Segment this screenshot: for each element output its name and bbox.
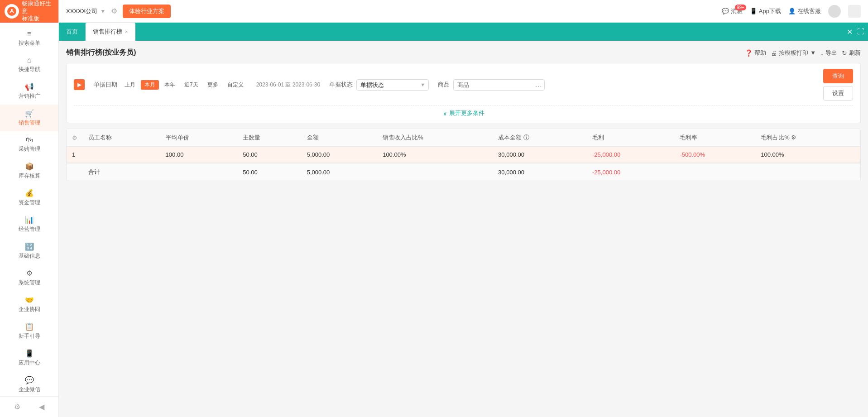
tabbar: 首页 销售排行榜 × ✕ ⛶: [59, 23, 868, 41]
collapse-icon[interactable]: ◀: [39, 403, 44, 411]
cell-gross-pct: 100.00%: [755, 147, 860, 163]
date-tab-custom[interactable]: 自定义: [224, 80, 247, 90]
trial-button[interactable]: 体验行业方案: [123, 5, 171, 18]
message-badge: 99+: [735, 5, 746, 10]
date-tab-7days[interactable]: 近7天: [181, 80, 202, 90]
col-qty-header: 主数量: [237, 129, 301, 147]
date-tab-last-month[interactable]: 上月: [121, 80, 139, 90]
sidebar-item-sales[interactable]: 🛒 销售管理: [0, 105, 58, 131]
sidebar-item-operations[interactable]: 📊 经营管理: [0, 211, 58, 238]
col-avg-price-header: 平均单价: [160, 129, 238, 147]
sidebar-label-app-center: 应用中心: [19, 359, 40, 367]
column-settings-icon[interactable]: ⚙: [72, 134, 77, 141]
sidebar-icon-guide: 📋: [25, 322, 34, 331]
table-footer: 合计 50.00 5,000.00 30,000.00 -25,000.00: [67, 163, 860, 181]
cell-cost: 30,000.00: [493, 147, 587, 163]
sidebar-item-marketing[interactable]: 📢 营销推广: [0, 78, 58, 105]
status-select-wrapper: 单据状态 ▼: [356, 79, 429, 91]
goods-ellipsis-icon[interactable]: …: [535, 81, 542, 89]
help-button[interactable]: ❓ 帮助: [745, 49, 766, 57]
app-download-label: App下载: [759, 7, 781, 15]
sidebar-label-inventory: 库存核算: [19, 172, 40, 180]
logo-text: 畅康通好生意 标准版: [22, 0, 54, 23]
date-filter-label: 单据日期: [94, 81, 117, 89]
sidebar-icon-inventory: 📦: [25, 162, 34, 171]
sidebar-icon-sales: 🛒: [25, 109, 34, 118]
topbar-settings-icon[interactable]: ⚙: [111, 7, 117, 15]
sales-rank-table: ⚙ 员工名称 平均单价 主数量 全额 销售收入占比% 成本全额 ⓘ 毛利 毛利率…: [67, 129, 860, 181]
tab-home[interactable]: 首页: [59, 23, 86, 41]
date-range: 2023-06-01 至 2023-06-30: [256, 81, 320, 89]
tab-sales-rank-close-icon[interactable]: ×: [125, 29, 128, 34]
filter-date: 单据日期 上月 本月 本年 近7天 更多 自定义: [94, 80, 247, 90]
content: 销售排行榜(按业务员) ❓ 帮助 🖨 按模板打印 ▼ ↓ 导出: [59, 41, 868, 417]
footer-sales-pct: [377, 163, 493, 181]
sidebar-label-marketing: 营销推广: [19, 92, 40, 100]
status-select[interactable]: 单据状态: [356, 79, 429, 91]
tab-sales-rank[interactable]: 销售排行榜 ×: [86, 23, 135, 41]
export-button[interactable]: ↓ 导出: [820, 49, 837, 57]
query-button[interactable]: 查询: [823, 69, 853, 83]
cell-name: [83, 147, 160, 163]
sidebar-item-quick-nav[interactable]: ⌂ 快捷导航: [0, 52, 58, 78]
sidebar-item-basic-info[interactable]: 🔢 基础信息: [0, 238, 58, 264]
col-gross-pct-header: 毛利占比% ⚙: [755, 129, 860, 147]
print-icon: 🖨: [771, 49, 777, 57]
sidebar-icon-search-order: ≡: [27, 30, 31, 38]
message-button[interactable]: 💬 消息 99+: [722, 7, 743, 15]
filter-goods: 商品 …: [438, 79, 545, 91]
col-settings: ⚙: [67, 129, 83, 147]
avatar[interactable]: [828, 5, 841, 18]
sidebar-label-search-order: 搜索菜单: [19, 39, 40, 47]
company-chevron-icon: ▼: [100, 8, 106, 14]
sidebar-label-enterprise: 企业协同: [19, 306, 40, 313]
sidebar-item-wechat[interactable]: 💬 企业微信: [0, 371, 58, 396]
date-tab-this-month[interactable]: 本月: [141, 80, 159, 90]
filter-toggle-button[interactable]: ▶: [74, 79, 85, 90]
cell-sales-pct: 100.00%: [377, 147, 493, 163]
table-header: ⚙ 员工名称 平均单价 主数量 全额 销售收入占比% 成本全额 ⓘ 毛利 毛利率…: [67, 129, 860, 147]
col-cost-header: 成本全额 ⓘ: [493, 129, 587, 147]
filter-toggle-icon: ▶: [77, 81, 82, 88]
status-filter-label: 单据状态: [329, 81, 353, 89]
col-gross-rate-header: 毛利率: [674, 129, 755, 147]
sidebar-item-guide[interactable]: 📋 新手引导: [0, 318, 58, 345]
sidebar-item-enterprise[interactable]: 🤝 企业协同: [0, 291, 58, 318]
date-tab-this-year[interactable]: 本年: [161, 80, 179, 90]
footer-gross-pct: [755, 163, 860, 181]
date-tab-more[interactable]: 更多: [204, 80, 222, 90]
table-row: 1 100.00 50.00 5,000.00 100.00% 30,000.0…: [67, 147, 860, 163]
sidebar-label-purchase: 采购管理: [19, 145, 40, 153]
footer-avg-price: [160, 163, 238, 181]
sidebar-item-system[interactable]: ⚙ 系统管理: [0, 264, 58, 291]
sidebar-item-inventory[interactable]: 📦 库存核算: [0, 158, 58, 184]
sidebar-item-purchase[interactable]: 🛍 采购管理: [0, 131, 58, 158]
footer-label: 合计: [83, 163, 160, 181]
cell-amount: 5,000.00: [302, 147, 378, 163]
footer-amount: 5,000.00: [302, 163, 378, 181]
sidebar-label-operations: 经营管理: [19, 225, 40, 233]
online-service-button[interactable]: 👤 在线客服: [788, 7, 821, 15]
user-menu[interactable]: [848, 5, 861, 18]
sidebar-label-finance: 资金管理: [19, 199, 40, 206]
help-icon: ❓: [745, 49, 753, 57]
sidebar-item-finance[interactable]: 💰 资金管理: [0, 184, 58, 211]
cell-rank: 1: [67, 147, 83, 163]
tab-maximize-icon[interactable]: ⛶: [857, 28, 864, 36]
settings-button[interactable]: 设置: [823, 86, 853, 101]
sidebar-item-search-order[interactable]: ≡ 搜索菜单: [0, 25, 58, 52]
col-name-header: 员工名称: [83, 129, 160, 147]
company-selector[interactable]: XXXXX公司 ▼: [66, 7, 106, 15]
tab-close-icon[interactable]: ✕: [847, 28, 853, 36]
date-tabs: 上月 本月 本年 近7天 更多 自定义: [121, 80, 247, 90]
sidebar-icon-finance: 💰: [25, 189, 34, 197]
sidebar-item-app-center[interactable]: 📱 应用中心: [0, 345, 58, 371]
settings-footer-icon[interactable]: ⚙: [14, 403, 20, 411]
app-download-button[interactable]: 📱 App下载: [750, 7, 781, 15]
expand-conditions-button[interactable]: ∨ 展开更多条件: [443, 109, 484, 117]
print-button[interactable]: 🖨 按模板打印 ▼: [771, 49, 816, 57]
refresh-button[interactable]: ↻ 刷新: [842, 49, 861, 57]
sidebar-icon-operations: 📊: [25, 216, 34, 224]
col-amount-header: 全额: [302, 129, 378, 147]
goods-input[interactable]: [453, 79, 545, 91]
